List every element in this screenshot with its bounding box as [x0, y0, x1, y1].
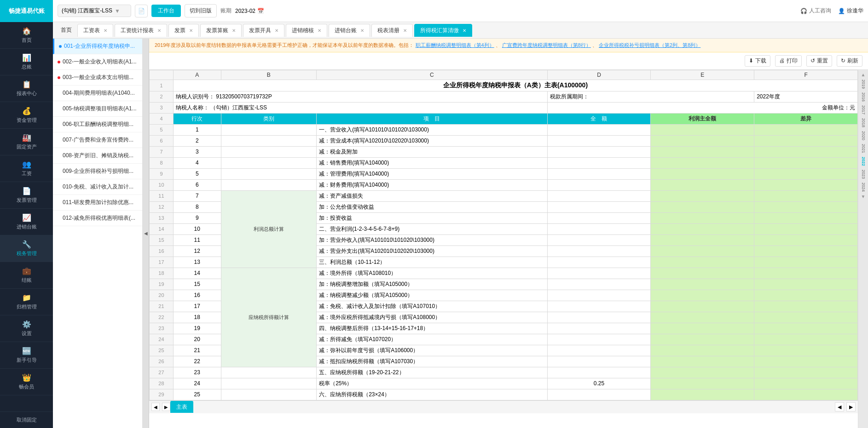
cell-a[interactable]: 25 — [173, 389, 221, 400]
cell-a[interactable]: 1 — [173, 124, 221, 135]
cell-c[interactable]: 减：营业外支出(填写A102010\102020\103000) — [317, 245, 547, 257]
cell-b[interactable] — [221, 367, 317, 378]
cell-f[interactable] — [754, 168, 858, 179]
switch-version-button[interactable]: 切到旧版 — [185, 4, 217, 17]
cell-e[interactable] — [651, 279, 754, 290]
sidebar-item-purchase-sales[interactable]: 📈 进销台账 — [0, 209, 53, 235]
cell-a[interactable]: 23 — [173, 367, 221, 378]
cell-d[interactable] — [547, 124, 651, 135]
timeline-2016[interactable]: 2016 — [860, 91, 867, 103]
cell-a[interactable]: 17 — [173, 301, 221, 312]
cell-e[interactable] — [651, 334, 754, 345]
sidebar-item-archive[interactable]: 📁 归档管理 — [0, 289, 53, 315]
cell-d[interactable] — [547, 367, 651, 378]
cell-c[interactable]: 减：营业成本(填写A102010\102020\103000) — [317, 135, 547, 146]
tab-tax-schedule[interactable]: 税表清册 ✕ — [371, 24, 413, 37]
cell-e[interactable] — [651, 268, 754, 279]
cell-f[interactable] — [754, 124, 858, 135]
timeline-2021[interactable]: 2021 — [860, 143, 867, 154]
cell-a[interactable]: 5 — [173, 168, 221, 179]
tab-payroll-close[interactable]: ✕ — [104, 28, 107, 33]
cell-a[interactable]: 4 — [173, 157, 221, 168]
cell-c[interactable]: 减：境外所得（填写A108010） — [317, 268, 547, 279]
cell-a[interactable]: 18 — [173, 312, 221, 323]
cell-d[interactable] — [547, 146, 651, 157]
sidebar-item-settings[interactable]: ⚙️ 设置 — [0, 315, 53, 342]
tab-invoice-calc-close[interactable]: ✕ — [232, 28, 236, 33]
cell-d[interactable] — [547, 268, 651, 279]
cell-e[interactable] — [651, 135, 754, 146]
cell-d[interactable] — [547, 245, 651, 257]
cell-f[interactable] — [754, 268, 858, 279]
cell-b[interactable] — [221, 124, 317, 135]
cell-a[interactable]: 19 — [173, 323, 221, 334]
cell-c[interactable]: 加：投资收益 — [317, 212, 547, 223]
cell-b[interactable] — [221, 146, 317, 157]
cell-f[interactable] — [754, 367, 858, 378]
cell-e[interactable] — [651, 356, 754, 367]
timeline-2023[interactable]: 2023 — [860, 168, 867, 180]
cell-e[interactable] — [651, 190, 754, 201]
panel-collapse-button[interactable]: ◀ — [143, 39, 149, 428]
sidebar-item-fund-mgmt[interactable]: 💰 资金管理 — [0, 102, 53, 129]
cell-d[interactable] — [547, 323, 651, 334]
cell-f[interactable] — [754, 378, 858, 389]
cell-a[interactable]: 15 — [173, 279, 221, 290]
sidebar-item-fixed-assets[interactable]: 🏭 固定资产 — [0, 129, 53, 155]
cell-a[interactable]: 22 — [173, 356, 221, 367]
cell-b[interactable] — [221, 378, 317, 389]
tab-purchase-ledger-close[interactable]: ✕ — [360, 28, 364, 33]
cell-d[interactable] — [547, 190, 651, 201]
cell-d[interactable] — [547, 135, 651, 146]
left-panel-item-007[interactable]: 007-广告费和业务宣传费跨... — [53, 132, 142, 148]
tab-invoice-issue[interactable]: 发票开具 ✕ — [243, 24, 284, 37]
cell-f[interactable] — [754, 345, 858, 356]
cell-d[interactable] — [547, 312, 651, 323]
cell-b[interactable] — [221, 157, 317, 168]
tab-invoice[interactable]: 发票 ✕ — [168, 24, 199, 37]
cell-c[interactable]: 减：纳税调整减少额（填写A105000） — [317, 290, 547, 301]
left-panel-item-003[interactable]: 003-一般企业成本支出明细... — [53, 70, 142, 86]
cell-a[interactable]: 8 — [173, 201, 221, 212]
cell-b[interactable] — [221, 135, 317, 146]
left-panel-item-012[interactable]: 012-减免所得税优惠明细表(... — [53, 211, 142, 226]
cell-d[interactable] — [547, 356, 651, 367]
cell-e[interactable] — [651, 157, 754, 168]
cell-d[interactable] — [547, 179, 651, 190]
left-panel-item-010[interactable]: 010-免税、减计收入及加计... — [53, 179, 142, 195]
cell-e[interactable] — [651, 212, 754, 223]
cell-d[interactable] — [547, 389, 651, 400]
cell-c[interactable]: 减：管理费用(填写A104000) — [317, 168, 547, 179]
cell-b[interactable] — [221, 168, 317, 179]
cell-c[interactable]: 加：公允价值变动收益 — [317, 201, 547, 212]
cell-e[interactable] — [651, 367, 754, 378]
cell-e[interactable] — [651, 234, 754, 245]
timeline-2024[interactable]: 2024 — [860, 181, 867, 193]
sheet-nav-prev[interactable]: ◀ — [151, 403, 160, 411]
cell-d[interactable] — [547, 257, 651, 268]
cell-d[interactable] — [547, 234, 651, 245]
tab-payroll[interactable]: 工资表 ✕ — [77, 24, 113, 37]
cell-a[interactable]: 21 — [173, 345, 221, 356]
cell-f[interactable] — [754, 135, 858, 146]
left-panel-item-006[interactable]: 006-职工薪酬纳税调整明细... — [53, 117, 142, 132]
cell-c[interactable]: 减：销售费用(填写A104000) — [317, 157, 547, 168]
sidebar-item-guide[interactable]: 🆕 新手引导 — [0, 342, 53, 369]
cell-f[interactable] — [754, 190, 858, 201]
cell-e[interactable] — [651, 301, 754, 312]
left-panel-item-011[interactable]: 011-研发费用加计扣除优惠... — [53, 195, 142, 211]
cell-a[interactable]: 24 — [173, 378, 221, 389]
cell-f[interactable] — [754, 179, 858, 190]
cell-f[interactable] — [754, 301, 858, 312]
cell-d[interactable] — [547, 334, 651, 345]
cell-d[interactable] — [547, 345, 651, 356]
cell-d[interactable] — [547, 279, 651, 290]
cell-d[interactable] — [547, 223, 651, 234]
cell-f[interactable] — [754, 245, 858, 257]
tab-purchase-audit[interactable]: 进销稽核 ✕ — [286, 24, 327, 37]
sidebar-item-invoice-mgmt[interactable]: 📄 发票管理 — [0, 182, 53, 209]
cell-c[interactable]: 减：所得减免（填写A107020） — [317, 334, 547, 345]
left-panel-item-005[interactable]: 005-纳税调整项目明细表(A1... — [53, 101, 142, 117]
sidebar-item-general-ledger[interactable]: 📊 总账 — [0, 49, 53, 75]
cell-e[interactable] — [651, 124, 754, 135]
